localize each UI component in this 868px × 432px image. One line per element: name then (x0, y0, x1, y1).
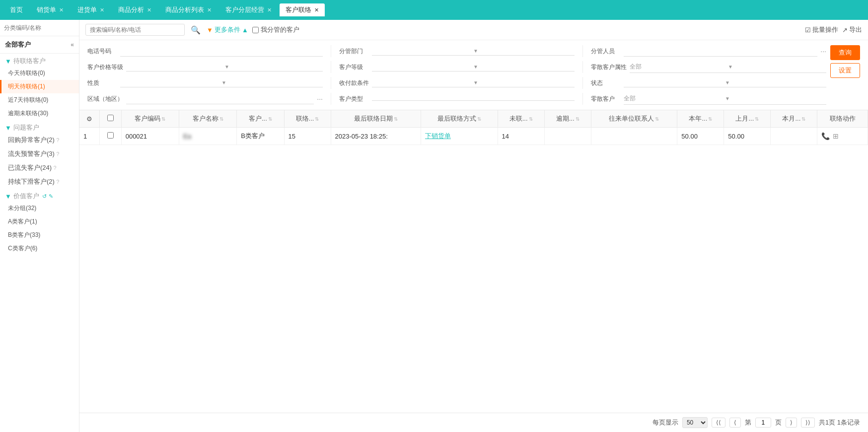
sidebar-all-customers[interactable]: 全部客户 « (0, 36, 79, 54)
col-this-month[interactable]: 本月...⇅ (771, 110, 817, 128)
search-input[interactable] (85, 24, 185, 36)
row-last-method[interactable]: 下销货单 (421, 128, 498, 145)
divider-1 (331, 45, 331, 57)
manager-input[interactable] (624, 46, 817, 57)
filter-manager: 分管人员 ··· (591, 46, 826, 57)
col-name[interactable]: 客户名称⇅ (179, 110, 236, 128)
divider-5 (331, 77, 331, 89)
nav-tab-0[interactable]: 销货单 ✕ (31, 3, 70, 16)
retail-attr-select[interactable]: 全部 ▼ (630, 61, 826, 73)
prev-page-button[interactable]: ⟨ (729, 418, 741, 428)
sidebar-search-input[interactable] (4, 24, 78, 31)
page-number-input[interactable] (755, 418, 771, 428)
nav-tab-5[interactable]: 客户联络 ✕ (280, 3, 325, 16)
col-not-contacted[interactable]: 未联...⇅ (498, 110, 544, 128)
nav-tab-1-close[interactable]: ✕ (100, 7, 104, 13)
sidebar-repurchase[interactable]: 回购异常客户(2) ? (0, 133, 79, 147)
nature-select[interactable]: ▼ (120, 78, 323, 87)
chevron-down-icon-7: ▼ (725, 80, 826, 85)
dept-select[interactable]: ▼ (372, 47, 575, 56)
sidebar-lost[interactable]: 已流失客户(24) ? (0, 161, 79, 175)
sidebar-overdue[interactable]: 逾期未联络(30) (0, 107, 79, 120)
nav-tab-0-close[interactable]: ✕ (59, 7, 64, 13)
divider-3 (331, 61, 331, 73)
filter-row-4: 区域（地区） ··· 客户类型 零散 (87, 93, 826, 105)
sidebar-loss-warning[interactable]: 流失预警客户(3) ? (0, 147, 79, 161)
col-last-method[interactable]: 最后联络方式⇅ (421, 110, 498, 128)
sidebar-pending-section: ▼ 待联络客户 (0, 54, 79, 67)
status-select[interactable]: ▼ (624, 78, 826, 87)
sidebar-b-class[interactable]: B类客户(33) (0, 228, 79, 242)
nav-tab-5-close[interactable]: ✕ (314, 7, 319, 13)
sidebar-c-class[interactable]: C类客户(6) (0, 242, 79, 255)
divider-2 (582, 45, 583, 57)
filter-price-level: 客户价格等级 ▼ (87, 63, 323, 72)
price-level-select[interactable]: ▼ (126, 63, 323, 72)
table-body: 1 000021 Ea B类客户 15 2023-05-23 18:25: 下销… (79, 128, 868, 145)
sidebar-value-section: ▼ 价值客户 ↺ ✎ (0, 189, 79, 202)
search-button[interactable]: 🔍 (189, 24, 203, 36)
nav-tab-2-close[interactable]: ✕ (147, 7, 151, 13)
next-page-button[interactable]: ⟩ (786, 418, 797, 428)
action-phone-icon[interactable]: 📞 (821, 132, 830, 140)
batch-op-button[interactable]: ☑ 批量操作 (805, 25, 838, 34)
advanced-filter-panel: 电话号码 分管部门 ▼ 分管人员 (79, 40, 868, 110)
sidebar-week[interactable]: 近7天待联络(0) (0, 93, 79, 107)
payment-select[interactable]: ▼ (372, 78, 575, 87)
col-this-year[interactable]: 本年...⇅ (677, 110, 724, 128)
customer-level-select[interactable]: ▼ (372, 63, 575, 72)
row-code: 000021 (121, 128, 179, 145)
phone-input[interactable] (120, 46, 323, 57)
col-code[interactable]: 客户编码⇅ (121, 110, 179, 128)
sidebar-ungrouped[interactable]: 未分组(32) (0, 202, 79, 215)
nav-tab-3[interactable]: 商品分析列表 ✕ (159, 3, 217, 16)
nav-tab-4[interactable]: 客户分层经营 ✕ (219, 3, 278, 16)
row-name: Ea (179, 128, 236, 145)
my-customers-checkbox[interactable]: 我分管的客户 (252, 25, 299, 34)
select-all-checkbox[interactable] (107, 115, 114, 121)
divider-8 (582, 93, 583, 105)
filter-fields-block: 电话号码 分管部门 ▼ 分管人员 (87, 45, 826, 105)
col-last-month[interactable]: 上月...⇅ (724, 110, 771, 128)
col-checkbox[interactable] (99, 110, 121, 128)
export-button[interactable]: ↗ 导出 (842, 25, 862, 34)
col-unit-contact[interactable]: 往来单位联系人⇅ (591, 110, 677, 128)
col-last-date[interactable]: 最后联络日期⇅ (331, 110, 421, 128)
sidebar-tomorrow[interactable]: 明天待联络(1) (0, 80, 79, 93)
settings-button[interactable]: 设置 (830, 63, 860, 78)
row-checkbox[interactable] (99, 128, 121, 145)
first-page-button[interactable]: ⟨⟨ (712, 418, 725, 428)
sidebar-a-class[interactable]: A类客户(1) (0, 215, 79, 228)
col-type[interactable]: 客户...⇅ (237, 110, 284, 128)
sidebar-today[interactable]: 今天待联络(0) (0, 67, 79, 80)
row-contacts: 15 (284, 128, 331, 145)
col-contacts[interactable]: 联络...⇅ (284, 110, 331, 128)
edit-icon[interactable]: ✎ (49, 193, 53, 200)
action-grid-icon[interactable]: ⊞ (833, 132, 839, 140)
customer-type-select[interactable] (372, 97, 575, 101)
pagination-bar: 每页显示 50 100 200 ⟨⟨ ⟨ 第 页 ⟩ ⟩⟩ 共1页 1条记录 (79, 413, 868, 432)
col-overdue[interactable]: 逾期...⇅ (544, 110, 591, 128)
table-area: ⚙ 客户编码⇅ 客户名称⇅ 客户...⇅ 联络...⇅ 最后联络日期⇅ 最后联络… (79, 110, 868, 413)
last-page-button[interactable]: ⟩⟩ (801, 418, 815, 428)
refresh-icon[interactable]: ↺ (42, 193, 47, 200)
nav-tab-1[interactable]: 进货单 ✕ (72, 3, 110, 16)
filter-row-2: 客户价格等级 ▼ 客户等级 ▼ (87, 61, 826, 73)
area-input[interactable] (126, 94, 314, 104)
area-more-icon[interactable]: ··· (317, 95, 323, 103)
page-size-select[interactable]: 50 100 200 (682, 417, 708, 428)
filter-customer-type: 客户类型 (339, 95, 575, 103)
manager-more-icon[interactable]: ··· (820, 47, 826, 55)
nav-tab-4-close[interactable]: ✕ (267, 7, 272, 13)
more-conditions-button[interactable]: ▼ 更多条件 ▲ (207, 25, 248, 34)
col-settings[interactable]: ⚙ (79, 110, 99, 128)
filter-bar: 🔍 ▼ 更多条件 ▲ 我分管的客户 ☑ 批量操作 ↗ 导出 (79, 20, 868, 40)
query-button[interactable]: 查询 (830, 45, 860, 60)
chevron-down-icon-3: ▼ (473, 64, 575, 70)
retail-customer-select[interactable]: 全部 ▼ (624, 93, 826, 105)
nav-tab-2[interactable]: 商品分析 ✕ (112, 3, 157, 16)
sidebar-continuous[interactable]: 持续下滑客户(2) ? (0, 175, 79, 189)
nav-home[interactable]: 首页 (4, 3, 29, 16)
nav-tab-3-close[interactable]: ✕ (207, 7, 212, 13)
section-triangle-3: ▼ (5, 193, 11, 200)
